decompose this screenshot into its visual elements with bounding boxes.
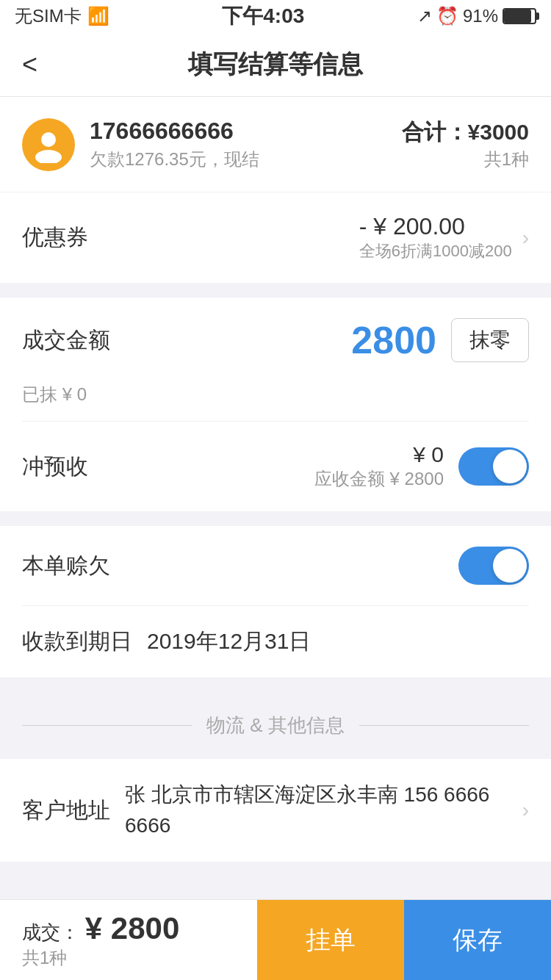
bottom-deal-label: 成交： [22,921,79,943]
debit-row: 本单赊欠 [0,526,551,605]
coupon-right: - ¥ 200.00 全场6折满1000减200 › [359,213,529,262]
prepay-label: 冲预收 [22,452,88,482]
bottom-deal-count: 共1种 [22,946,235,970]
prepay-info: ¥ 0 应收金额 ¥ 2800 [314,442,444,491]
status-right: ↗ ⏰ 91% [417,6,536,26]
deal-row: 成交金额 2800 抹零 [0,298,551,383]
location-icon: ↗ [417,6,432,26]
deal-label: 成交金额 [22,325,110,356]
save-button[interactable]: 保存 [404,900,551,981]
round-button[interactable]: 抹零 [451,318,529,362]
page-title: 填写结算等信息 [188,48,363,82]
customer-debt: 欠款1276.35元，现结 [90,148,259,171]
debit-label: 本单赊欠 [22,551,110,581]
alarm-icon: ⏰ [436,6,458,26]
back-button[interactable]: < [22,49,37,80]
battery-icon [503,8,536,24]
total-amount: 合计：¥3000 [402,118,529,148]
section-gap-1 [0,283,551,298]
due-date-row: 收款到期日 2019年12月31日 [0,606,551,677]
section-gap-3 [0,677,551,692]
logistics-label: 物流 & 其他信息 [206,713,345,738]
title-line-left [22,725,192,726]
battery-percentage: 91% [463,6,498,26]
wifi-icon: 📶 [87,6,109,26]
deal-section: 成交金额 2800 抹零 已抹 ¥ 0 冲预收 ¥ 0 应收金额 ¥ 2800 [0,298,551,511]
bottom-bar: 成交： ¥ 2800 共1种 挂单 保存 [0,899,551,980]
status-bar: 无SIM卡 📶 下午4:03 ↗ ⏰ 91% [0,0,551,32]
avatar [22,118,75,171]
coupon-amount: - ¥ 200.00 [359,213,512,240]
logistics-section-title: 物流 & 其他信息 [0,692,551,759]
coupon-row[interactable]: 优惠券 - ¥ 200.00 全场6折满1000减200 › [0,192,551,283]
customer-card: 17666666666 欠款1276.35元，现结 合计：¥3000 共1种 [0,97,551,192]
address-row[interactable]: 客户地址 张 北京市市辖区海淀区永丰南 156 6666 6666 › [0,759,551,862]
hang-button[interactable]: 挂单 [257,900,404,981]
carrier-label: 无SIM卡 [15,4,82,28]
time-label: 下午4:03 [222,2,304,30]
prepay-sub: 应收金额 ¥ 2800 [314,467,444,491]
nav-bar: < 填写结算等信息 [0,32,551,97]
bottom-info: 成交： ¥ 2800 共1种 [0,911,257,970]
svg-point-1 [35,150,62,163]
prepay-toggle[interactable] [458,447,529,486]
debit-section: 本单赊欠 收款到期日 2019年12月31日 [0,526,551,677]
customer-info: 17666666666 欠款1276.35元，现结 [90,118,259,171]
due-date-label: 收款到期日 [22,627,132,657]
customer-left: 17666666666 欠款1276.35元，现结 [22,118,259,171]
due-date-value: 2019年12月31日 [147,627,311,657]
address-label: 客户地址 [22,796,110,826]
bottom-deal-amount: ¥ 2800 [85,911,179,945]
status-left: 无SIM卡 📶 [15,4,109,28]
prepay-row: 冲预收 ¥ 0 应收金额 ¥ 2800 [0,422,551,511]
deal-sub: 已抹 ¥ 0 [0,383,551,421]
chevron-right-icon: › [522,226,529,250]
customer-phone: 17666666666 [90,118,259,145]
address-value: 张 北京市市辖区海淀区永丰南 156 6666 6666 [125,779,519,841]
svg-point-0 [41,132,56,147]
customer-total: 合计：¥3000 共1种 [402,118,529,171]
debit-toggle[interactable] [458,547,529,585]
coupon-desc: 全场6折满1000减200 [359,240,512,262]
deal-right: 2800 抹零 [351,318,529,362]
prepay-amount: ¥ 0 [413,442,444,467]
bottom-deal-row: 成交： ¥ 2800 [22,911,235,946]
total-count: 共1种 [402,148,529,171]
deal-amount: 2800 [351,318,436,362]
coupon-label: 优惠券 [22,223,88,253]
section-gap-2 [0,511,551,526]
chevron-right-icon-address: › [522,799,529,822]
title-line-right [359,725,529,726]
